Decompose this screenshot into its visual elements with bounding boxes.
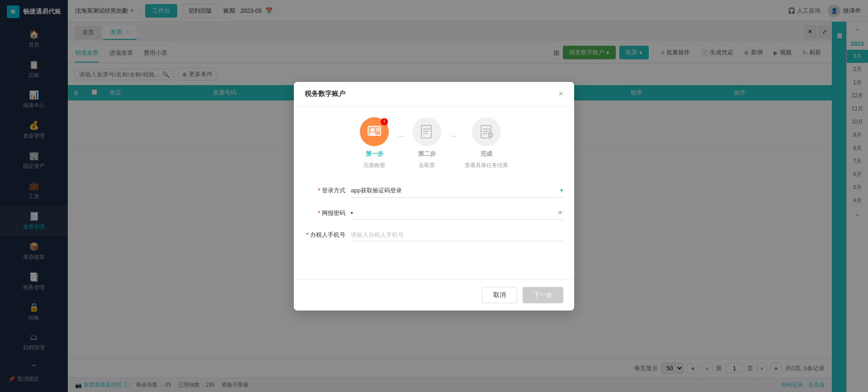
step2-document-icon: [419, 124, 435, 140]
modal-header: 税务数字账户 ×: [294, 82, 574, 106]
step2-sublabel: 去取票: [419, 162, 435, 169]
modal-spacer: [305, 250, 563, 268]
password-label: * 网报密码: [305, 209, 345, 217]
phone-input[interactable]: [351, 229, 563, 241]
step1-sublabel: 完善账密: [363, 162, 385, 169]
login-method-field: app获取验证码登录 ▾: [351, 184, 563, 198]
phone-row: * 办税人手机号: [305, 229, 563, 241]
step1-circle-wrap: !: [360, 117, 389, 146]
step1-error-badge: !: [381, 118, 388, 125]
svg-rect-2: [370, 133, 375, 135]
modal-close-button[interactable]: ×: [558, 89, 563, 99]
password-input[interactable]: [351, 207, 557, 219]
login-method-label: * 登录方式: [305, 186, 345, 195]
modal-body: ! 第一步 完善账密 →: [294, 106, 574, 279]
step3-sublabel: 查看具体任务结果: [465, 162, 508, 169]
password-input-wrap: 👁: [351, 207, 563, 220]
select-chevron-icon: ▾: [560, 187, 563, 194]
steps-row: ! 第一步 完善账密 →: [305, 117, 563, 169]
required-star-2: *: [318, 210, 320, 216]
next-step-button[interactable]: 下一步: [523, 287, 563, 303]
svg-point-1: [371, 128, 374, 132]
login-method-row: * 登录方式 app获取验证码登录 ▾: [305, 184, 563, 198]
phone-label: * 办税人手机号: [305, 231, 345, 239]
step-2: 第二步 去取票: [412, 117, 441, 169]
modal-title: 税务数字账户: [305, 90, 345, 98]
step-arrow-1: →: [396, 131, 405, 141]
step1-label: 第一步: [366, 150, 383, 158]
tax-digital-modal: 税务数字账户 ×: [294, 82, 574, 311]
step2-label: 第二步: [418, 150, 436, 158]
required-star-3: *: [306, 231, 308, 238]
step3-circle: [472, 117, 501, 146]
step3-checklist-icon: [478, 124, 495, 140]
step2-circle: [412, 117, 441, 146]
password-row: * 网报密码 👁: [305, 207, 563, 220]
step-1: ! 第一步 完善账密: [360, 117, 389, 169]
required-star-1: *: [318, 187, 320, 194]
step1-user-icon: [366, 124, 382, 140]
password-field: 👁: [351, 207, 563, 220]
login-method-select[interactable]: app获取验证码登录 ▾: [351, 184, 563, 198]
phone-field: [351, 229, 563, 241]
step3-label: 完成: [481, 150, 492, 158]
modal-footer: 取消 下一步: [294, 279, 574, 311]
step-3: 完成 查看具体任务结果: [465, 117, 508, 169]
eye-toggle-icon[interactable]: 👁: [557, 210, 563, 216]
step-arrow-2: →: [448, 131, 458, 141]
cancel-button[interactable]: 取消: [482, 287, 517, 303]
modal-overlay: 税务数字账户 ×: [0, 0, 868, 392]
modal-form: * 登录方式 app获取验证码登录 ▾ * 网报密码: [305, 184, 563, 241]
